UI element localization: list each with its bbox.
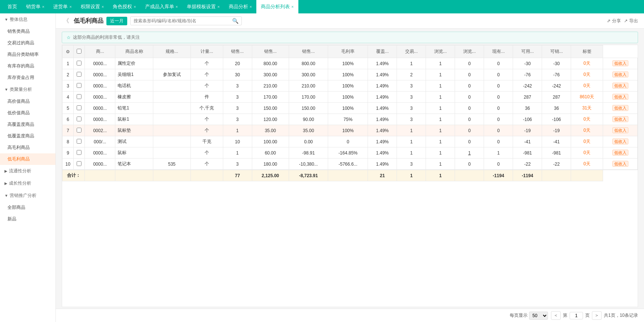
sidebar-item-low-coverage[interactable]: 低覆盖度商品: [0, 130, 55, 142]
col-settings[interactable]: ⚙: [63, 45, 74, 58]
row-trade: 1: [426, 136, 455, 147]
row-checkbox[interactable]: [74, 114, 85, 125]
row-tag: 低收入: [603, 114, 638, 125]
row-qty: 10: [223, 136, 252, 147]
row-select-checkbox[interactable]: [77, 105, 81, 110]
row-checkbox[interactable]: [74, 103, 85, 114]
export-btn[interactable]: ↗ 导出: [624, 18, 638, 24]
col-trade-header: 交易...: [397, 45, 426, 58]
per-page-label: 每页显示: [510, 312, 528, 319]
collapse-sidebar-btn[interactable]: 《: [62, 17, 71, 25]
sidebar-item-in-stock[interactable]: 有库存的商品: [0, 60, 55, 72]
sidebar-item-high-margin[interactable]: 高毛利商品: [0, 142, 55, 153]
row-num: 6: [63, 114, 74, 125]
row-checkbox[interactable]: [74, 80, 85, 92]
row-select-checkbox[interactable]: [77, 128, 81, 133]
row-margin: 1.49%: [368, 136, 397, 147]
row-select-checkbox[interactable]: [77, 94, 81, 99]
row-checkbox[interactable]: [74, 147, 85, 159]
col-checkbox[interactable]: [74, 45, 85, 58]
share-icon: ⇗: [607, 18, 611, 23]
sidebar-section-overview[interactable]: ▼ 整体信息: [0, 13, 55, 26]
nav-production[interactable]: 产成品入库单 ×: [141, 0, 182, 13]
sidebar-item-high-coverage[interactable]: 高覆盖度商品: [0, 119, 55, 130]
search-input[interactable]: [134, 18, 232, 23]
row-tag: 低收入: [603, 103, 638, 114]
nav-home[interactable]: 首页: [3, 0, 22, 13]
tag-badge: 低收入: [612, 105, 628, 111]
nav-analysis-list[interactable]: 商品分析列表 ×: [256, 0, 298, 13]
prev-page-btn[interactable]: ＜: [551, 311, 561, 320]
col-name-header: 商品名称: [115, 45, 153, 58]
sidebar-item-high-value[interactable]: 高价值商品: [0, 96, 55, 107]
row-checkbox[interactable]: [74, 136, 85, 147]
row-select-checkbox[interactable]: [77, 117, 81, 121]
row-checkbox[interactable]: [74, 69, 85, 80]
sidebar-item-new-products[interactable]: 新品: [0, 213, 55, 225]
row-browse1[interactable]: 1: [455, 147, 484, 159]
nav-purchase[interactable]: 进货单 ×: [49, 0, 76, 13]
row-num: 1: [63, 58, 74, 69]
row-checkbox[interactable]: [74, 159, 85, 170]
tag-badge: 低收入: [612, 116, 628, 122]
table-row: 7 0002... 鼠标垫 个 1 35.00 35.00 100% 1.49%…: [63, 125, 638, 136]
page-number-input[interactable]: [570, 312, 583, 319]
nav-template[interactable]: 单据模板设置 ×: [182, 0, 224, 13]
nav-sales[interactable]: 销货单 ×: [22, 0, 49, 13]
select-all-checkbox[interactable]: [77, 49, 81, 54]
row-checkbox[interactable]: [74, 125, 85, 136]
nav-analysis-list-close[interactable]: ×: [291, 4, 294, 9]
nav-roles-close[interactable]: ×: [134, 4, 136, 9]
row-select-checkbox[interactable]: [77, 61, 81, 66]
nav-template-close[interactable]: ×: [217, 4, 220, 9]
pagination-controls: ＜ 第 页 ＞ 共1页，10条记录: [551, 311, 638, 320]
row-margin: 1.49%: [368, 147, 397, 159]
date-filter-btn[interactable]: 近一月: [106, 17, 127, 25]
row-tag: 低收入: [603, 125, 638, 136]
nav-permissions-close[interactable]: ×: [102, 4, 104, 9]
nav-roles[interactable]: 角色授权 ×: [108, 0, 140, 13]
row-browse2: 0: [484, 80, 513, 92]
row-select-checkbox[interactable]: [77, 150, 81, 155]
nav-analysis-close[interactable]: ×: [250, 4, 252, 9]
sidebar-item-all-products[interactable]: 全部商品: [0, 202, 55, 213]
sidebar-item-low-value[interactable]: 低价值商品: [0, 107, 55, 119]
col-margin-header: 毛利率: [328, 45, 368, 58]
per-page-select[interactable]: 50 100 200: [529, 312, 548, 320]
col-unit-header: 计量...: [190, 45, 223, 58]
sidebar-section-marketing[interactable]: ▼ 营销推广分析: [0, 189, 55, 202]
nav-production-close[interactable]: ×: [176, 4, 178, 9]
sidebar-item-capital[interactable]: 库存资金占用: [0, 72, 55, 83]
row-checkbox[interactable]: [74, 58, 85, 69]
row-checkbox[interactable]: [74, 92, 85, 103]
row-select-checkbox[interactable]: [77, 72, 81, 77]
row-unit: 个: [190, 69, 223, 80]
sidebar-item-sales-products[interactable]: 销售类商品: [0, 26, 55, 37]
row-trade: 1: [426, 80, 455, 92]
sidebar-section-cluster[interactable]: ▼ 类聚量分析: [0, 83, 55, 96]
nav-permissions[interactable]: 权限设置 ×: [76, 0, 108, 13]
row-select-checkbox[interactable]: [77, 161, 81, 166]
row-amount: -98.91: [289, 147, 328, 159]
nav-purchase-close[interactable]: ×: [69, 4, 71, 9]
col-coverage-header: 覆盖...: [368, 45, 397, 58]
sidebar-item-low-margin[interactable]: 低毛利商品: [0, 153, 55, 165]
next-page-btn[interactable]: ＞: [592, 311, 602, 320]
row-stock: -41: [513, 136, 542, 147]
row-qty: 3: [223, 103, 252, 114]
data-table-container[interactable]: ⚙ 商... 商品名称 规格... 计量... 销售... 销售... 销售..…: [62, 45, 638, 307]
sidebar-item-traded[interactable]: 交易过的商品: [0, 37, 55, 49]
row-code: 0000...: [85, 147, 115, 159]
header-actions: ⇗ 分享 ↗ 导出: [607, 18, 638, 24]
row-num: 10: [63, 159, 74, 170]
nav-sales-close[interactable]: ×: [42, 4, 44, 9]
row-avail: -22: [542, 159, 571, 170]
sidebar-item-category-assist[interactable]: 商品分类助销率: [0, 49, 55, 60]
total-empty5: [328, 170, 368, 181]
row-select-checkbox[interactable]: [77, 139, 81, 144]
nav-analysis[interactable]: 商品分析 ×: [224, 0, 256, 13]
sidebar-section-liquidity[interactable]: ▶ 流通性分析: [0, 165, 55, 177]
share-btn[interactable]: ⇗ 分享: [607, 18, 621, 24]
sidebar-section-growth[interactable]: ▶ 成长性分析: [0, 177, 55, 189]
row-select-checkbox[interactable]: [77, 83, 81, 88]
